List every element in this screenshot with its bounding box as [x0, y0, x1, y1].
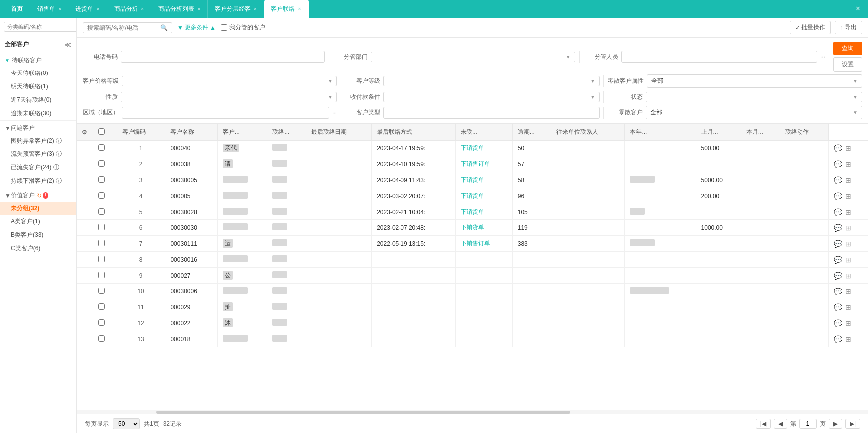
- nav-tab-purchase[interactable]: 进货单 ×: [68, 0, 107, 18]
- action-grid-icon[interactable]: ⊞: [845, 224, 851, 232]
- row-select-checkbox[interactable]: [98, 192, 105, 199]
- retail-attr-select[interactable]: 全部 ▼: [647, 74, 862, 88]
- th-uncontact[interactable]: 未联...: [455, 124, 512, 141]
- row-select-checkbox[interactable]: [98, 335, 105, 342]
- action-chat-icon[interactable]: 💬: [834, 240, 842, 248]
- nav-tab-home[interactable]: 首页: [4, 0, 30, 18]
- action-chat-icon[interactable]: 💬: [834, 272, 842, 280]
- abnormal-purchase[interactable]: 囤购异常客户(2) ⓘ: [0, 134, 76, 147]
- main-search-icon[interactable]: 🔍: [160, 24, 168, 31]
- row-select-checkbox[interactable]: [98, 288, 105, 294]
- action-chat-icon[interactable]: 💬: [834, 303, 842, 311]
- overdue-pending[interactable]: 逾期未联络(30): [0, 107, 76, 120]
- th-last-month[interactable]: 上月...: [696, 124, 741, 141]
- action-grid-icon[interactable]: ⊞: [845, 303, 851, 311]
- action-chat-icon[interactable]: 💬: [834, 335, 842, 343]
- value-customer-group[interactable]: ▼ 价值客户 ↻ !: [0, 188, 76, 202]
- my-customers-checkbox[interactable]: 我分管的客户: [221, 23, 265, 32]
- action-chat-icon[interactable]: 💬: [834, 256, 842, 264]
- th-name[interactable]: 客户名称: [165, 124, 217, 141]
- action-chat-icon[interactable]: 💬: [834, 192, 842, 200]
- row-select-checkbox[interactable]: [98, 240, 105, 246]
- th-contact-person[interactable]: 往来单位联系人: [551, 124, 625, 141]
- close-analysis-list-tab[interactable]: ×: [197, 6, 200, 12]
- nav-tab-sales[interactable]: 销售单 ×: [30, 0, 68, 18]
- close-customer-contact-tab[interactable]: ×: [298, 6, 301, 12]
- th-contact[interactable]: 联络...: [267, 124, 306, 141]
- sidebar-search-input[interactable]: [4, 22, 77, 32]
- last-method-link[interactable]: 下销货单: [461, 208, 484, 215]
- action-chat-icon[interactable]: 💬: [834, 319, 842, 327]
- gear-icon[interactable]: ⚙: [82, 129, 87, 136]
- region-input[interactable]: [122, 107, 329, 119]
- th-overdue[interactable]: 逾期...: [512, 124, 551, 141]
- page-number-input[interactable]: [799, 419, 817, 429]
- more-conditions-btn[interactable]: ▼ 更多条件 ▲: [177, 23, 216, 32]
- action-grid-icon[interactable]: ⊞: [845, 160, 851, 168]
- action-grid-icon[interactable]: ⊞: [845, 288, 851, 295]
- row-select-checkbox[interactable]: [98, 176, 105, 183]
- reset-button[interactable]: 设置: [833, 57, 862, 72]
- nav-tab-analysis[interactable]: 商品分析 ×: [107, 0, 151, 18]
- close-sales-tab[interactable]: ×: [58, 6, 61, 12]
- class-c[interactable]: C类客户(6): [0, 242, 76, 255]
- select-all-checkbox[interactable]: [98, 128, 105, 135]
- last-page-btn[interactable]: ▶|: [845, 419, 860, 429]
- first-page-btn[interactable]: |◀: [756, 419, 771, 429]
- th-this-month[interactable]: 本月...: [741, 124, 780, 141]
- tomorrow-pending[interactable]: 明天待联络(1): [0, 80, 76, 93]
- close-all-tabs[interactable]: ×: [852, 4, 864, 13]
- churn-warning[interactable]: 流失预警客户(3) ⓘ: [0, 147, 76, 161]
- today-pending[interactable]: 今天待联络(0): [0, 67, 76, 80]
- last-method-link[interactable]: 下销售订单: [461, 240, 490, 247]
- scrollbar-thumb[interactable]: [156, 411, 570, 414]
- close-analysis-tab[interactable]: ×: [141, 6, 144, 12]
- horizontal-scrollbar[interactable]: [77, 410, 868, 414]
- ungrouped[interactable]: 未分组(32): [0, 202, 76, 215]
- class-b[interactable]: B类客户(33): [0, 228, 76, 242]
- region-more-icon[interactable]: ···: [332, 109, 337, 116]
- continuous-decline[interactable]: 持续下滑客户(2) ⓘ: [0, 174, 76, 188]
- query-button[interactable]: 查询: [833, 42, 862, 55]
- next-page-btn[interactable]: ▶: [829, 419, 842, 429]
- churned[interactable]: 已流失客户(24) ⓘ: [0, 161, 76, 174]
- customer-level-select[interactable]: ▼: [383, 76, 600, 86]
- th-last-method[interactable]: 最后联络方式: [372, 124, 456, 141]
- dept-select[interactable]: ▼: [371, 52, 575, 62]
- row-select-checkbox[interactable]: [98, 319, 105, 326]
- nav-tab-customer-tier[interactable]: 客户分层经客 ×: [208, 0, 264, 18]
- close-customer-tier-tab[interactable]: ×: [254, 6, 257, 12]
- last-method-link[interactable]: 下销售订单: [461, 160, 490, 167]
- last-method-link[interactable]: 下销货单: [461, 144, 484, 151]
- per-page-select[interactable]: 50 100 200: [113, 418, 140, 429]
- week-pending[interactable]: 近7天待联络(0): [0, 93, 76, 107]
- main-search-input[interactable]: [87, 24, 158, 31]
- customer-type-input[interactable]: [383, 107, 600, 119]
- retail-customer-select[interactable]: 全部 ▼: [646, 106, 862, 119]
- nav-tab-customer-contact[interactable]: 客户联络 ×: [264, 0, 308, 18]
- action-grid-icon[interactable]: ⊞: [845, 335, 851, 343]
- th-code[interactable]: 客户编码: [117, 124, 165, 141]
- batch-ops-button[interactable]: ✓ 批量操作: [790, 21, 831, 34]
- row-select-checkbox[interactable]: [98, 272, 105, 278]
- row-select-checkbox[interactable]: [98, 160, 105, 167]
- sidebar-collapse-icon[interactable]: ≪: [64, 41, 71, 49]
- action-grid-icon[interactable]: ⊞: [845, 208, 851, 216]
- action-chat-icon[interactable]: 💬: [834, 160, 842, 168]
- action-chat-icon[interactable]: 💬: [834, 224, 842, 232]
- row-select-checkbox[interactable]: [98, 224, 105, 230]
- person-more-icon[interactable]: ···: [820, 53, 825, 60]
- row-select-checkbox[interactable]: [98, 208, 105, 215]
- action-chat-icon[interactable]: 💬: [834, 288, 842, 295]
- export-button[interactable]: ↑ 导出: [835, 21, 862, 34]
- price-level-select[interactable]: ▼: [122, 76, 337, 86]
- th-customer-type[interactable]: 客户...: [217, 124, 267, 141]
- action-grid-icon[interactable]: ⊞: [845, 256, 851, 264]
- th-gear[interactable]: ⚙: [77, 124, 93, 141]
- action-grid-icon[interactable]: ⊞: [845, 240, 851, 248]
- close-purchase-tab[interactable]: ×: [96, 6, 99, 12]
- phone-input[interactable]: [121, 51, 325, 63]
- action-grid-icon[interactable]: ⊞: [845, 319, 851, 327]
- nav-tab-analysis-list[interactable]: 商品分析列表 ×: [151, 0, 207, 18]
- action-grid-icon[interactable]: ⊞: [845, 192, 851, 200]
